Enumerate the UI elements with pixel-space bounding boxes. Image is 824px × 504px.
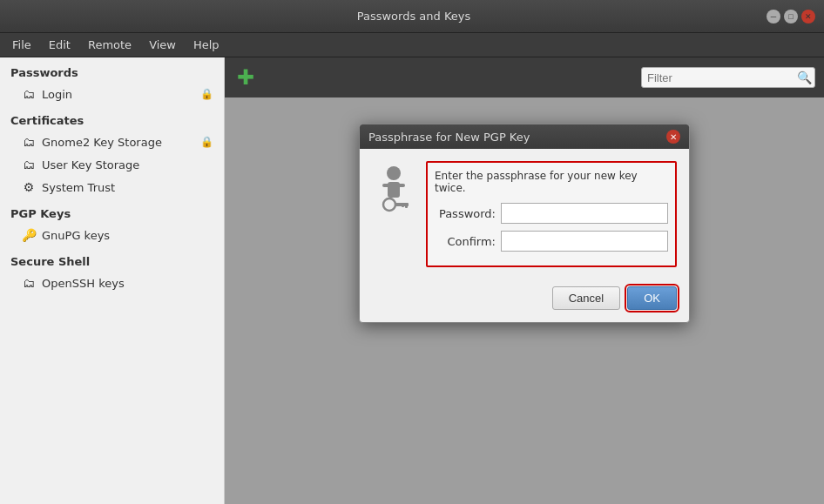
sidebar-item-gnupg-label: GnuPG keys [42,229,110,242]
system-trust-icon: ⚙ [21,179,37,195]
confirm-label: Confirm: [435,235,496,248]
search-icon: 🔍 [797,71,812,84]
filter-box: 🔍 [641,67,815,88]
svg-point-0 [387,166,401,180]
svg-rect-2 [382,184,389,187]
dialog-overlay: Passphrase for New PGP Key ✕ [225,97,824,504]
sidebar-item-login[interactable]: 🗂 Login 🔒 [0,83,224,105]
close-button[interactable]: ✕ [801,10,815,24]
dialog-close-button[interactable]: ✕ [666,130,680,144]
key-svg [372,165,415,217]
sidebar-section-certificates: Certificates [0,105,224,131]
sidebar-item-user-key-label: User Key Storage [42,158,139,171]
dialog-title: Passphrase for New PGP Key [368,131,530,144]
password-row: Password: [435,203,668,224]
key-illustration [372,161,415,225]
dialog-titlebar: Passphrase for New PGP Key ✕ [360,124,689,149]
sidebar-section-passwords: Passwords [0,57,224,83]
login-icon: 🗂 [21,86,37,102]
menu-help[interactable]: Help [186,36,226,54]
dialog-description: Enter the passphrase for your new key tw… [435,170,668,194]
openssh-icon: 🗂 [21,275,37,291]
sidebar: Passwords 🗂 Login 🔒 Certificates 🗂 Gnome… [0,57,225,504]
content-body: Passphrase for New PGP Key ✕ [225,97,824,504]
main-window: Passwords and Keys ─ □ ✕ File Edit Remot… [0,0,824,504]
gnome2-lock-icon: 🔒 [200,136,213,148]
sidebar-item-gnome2[interactable]: 🗂 Gnome2 Key Storage 🔒 [0,131,224,153]
sidebar-section-pgp: PGP Keys [0,198,224,224]
main-area: Passwords 🗂 Login 🔒 Certificates 🗂 Gnome… [0,57,824,504]
password-input[interactable] [501,203,668,224]
svg-rect-1 [388,182,400,198]
filter-input[interactable] [647,71,794,84]
passphrase-dialog: Passphrase for New PGP Key ✕ [359,124,690,323]
menu-file[interactable]: File [5,36,38,54]
sidebar-item-system-trust[interactable]: ⚙ System Trust [0,176,224,198]
dialog-body: Enter the passphrase for your new key tw… [360,149,689,279]
dialog-fields-area: Enter the passphrase for your new key tw… [426,161,677,267]
sidebar-item-gnome2-label: Gnome2 Key Storage [42,136,162,149]
toolbar: ✚ 🔍 [225,57,824,97]
sidebar-item-openssh[interactable]: 🗂 OpenSSH keys [0,272,224,294]
svg-rect-7 [402,203,404,207]
menu-view[interactable]: View [142,36,183,54]
window-controls: ─ □ ✕ [767,10,815,24]
menu-remote[interactable]: Remote [81,36,138,54]
confirm-row: Confirm: [435,231,668,252]
menubar: File Edit Remote View Help [0,33,824,57]
cancel-button[interactable]: Cancel [552,286,620,310]
titlebar: Passwords and Keys ─ □ ✕ [0,0,824,33]
confirm-input[interactable] [501,231,668,252]
menu-edit[interactable]: Edit [42,36,78,54]
svg-point-4 [383,198,395,211]
sidebar-item-user-key[interactable]: 🗂 User Key Storage [0,153,224,176]
dialog-content-area: Enter the passphrase for your new key tw… [372,161,677,267]
content-area: ✚ 🔍 Passphrase for New PGP Key ✕ [225,57,824,504]
gnupg-icon: 🔑 [21,227,37,243]
minimize-button[interactable]: ─ [767,10,780,24]
maximize-button[interactable]: □ [784,10,798,24]
sidebar-item-system-trust-label: System Trust [42,181,115,194]
svg-rect-6 [405,203,408,208]
user-key-icon: 🗂 [21,157,37,172]
dialog-buttons: Cancel OK [360,279,689,322]
lock-icon: 🔒 [200,88,213,100]
svg-rect-3 [398,184,405,187]
gnome2-icon: 🗂 [21,134,37,150]
window-title: Passwords and Keys [61,10,767,23]
ok-button[interactable]: OK [627,286,677,310]
sidebar-item-gnupg[interactable]: 🔑 GnuPG keys [0,224,224,246]
sidebar-section-secure-shell: Secure Shell [0,246,224,272]
password-label: Password: [435,207,496,220]
sidebar-item-login-label: Login [42,88,72,101]
sidebar-item-openssh-label: OpenSSH keys [42,277,125,290]
add-button[interactable]: ✚ [233,65,258,90]
